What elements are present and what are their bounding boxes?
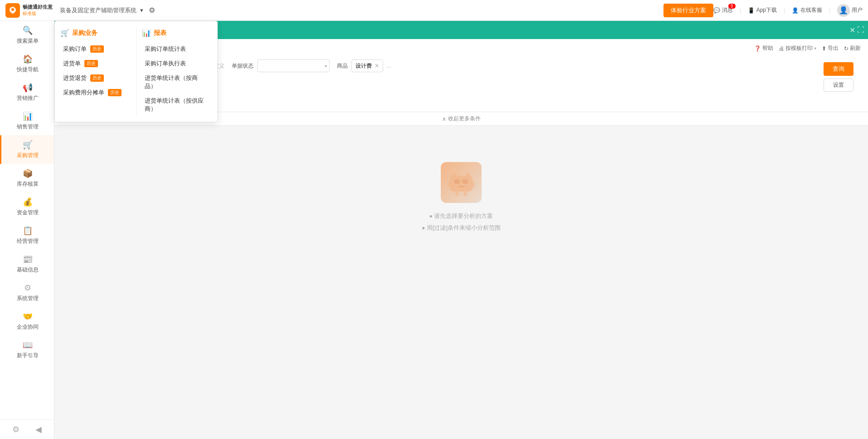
sidebar-item-quick-nav[interactable]: 🏠 快捷导航 [0,49,54,78]
settings-btn[interactable]: 设置 [824,79,853,92]
sidebar-label-finance: 资金管理 [17,209,39,217]
export-icon: ⬆ [822,45,826,52]
inbound-stats-goods-label: 进货单统计表（按商品） [145,74,210,90]
logo-text-block: 畅捷通好生意 标准版 [23,4,53,17]
goods-tag-close[interactable]: ✕ [375,63,379,69]
goods-tag-text: 设计费 [356,62,372,70]
dropdown-item-inbound-stats-supplier[interactable]: 进货单统计表（按供应商） [142,94,212,116]
user-avatar: 👤 [837,4,850,17]
empty-text-line1: 请先选择要分析的方案 [434,212,493,219]
dropdown-item-purchase-order[interactable]: 采购订单 历史 [60,42,131,56]
print-label: 按模板打印 [785,44,813,52]
sidebar-collapse-icon[interactable]: ◀ [35,424,42,434]
search-icon: 🔍 [23,25,33,35]
dropdown-item-return[interactable]: 进货退货 历史 [60,71,131,85]
guide-icon: 📖 [23,340,33,350]
order-status-select-wrapper [257,59,330,72]
app-download-action[interactable]: 📱 App下载 [748,6,777,14]
dropdown-col-report: 📊 报表 采购订单统计表 采购订单执行表 进货单统计表（按商品） 进货单统计表（… [136,27,218,116]
industry-btn[interactable]: 体验行业方案 [663,4,713,17]
sidebar-bottom: ⚙ ◀ [0,419,54,439]
export-btn[interactable]: ⬆ 导出 [822,44,839,52]
sidebar-label-operations: 经营管理 [17,237,39,245]
sidebar-item-marketing[interactable]: 📢 营销推广 [0,78,54,107]
print-btn[interactable]: 🖨 按模板打印 ▾ [779,44,816,52]
operations-icon: 📋 [23,226,33,236]
tab-expand-icon[interactable]: ⛶ [857,26,864,34]
purchase-order-badge: 历史 [90,45,104,53]
notification-count: 9 [728,4,736,9]
sidebar-item-sales[interactable]: 📊 销售管理 [0,107,54,135]
query-btn[interactable]: 查询 [824,62,853,76]
purchase-biz-label: 采购业务 [72,29,98,37]
sidebar-settings-icon[interactable]: ⚙ [12,424,20,434]
dropdown-col-purchase-header: 🛒 采购业务 [60,27,131,42]
app-download-label: App下载 [756,6,777,14]
help-btn[interactable]: ❓ 帮助 [754,44,773,52]
empty-state: ● 请先选择要分析的方案 ● 用[过滤]条件来缩小分析范围 [54,126,868,270]
dropdown-item-purchase-order-exec[interactable]: 采购订单执行表 [142,56,212,71]
collapse-up-icon: ∧ [442,116,446,122]
notification-icon: 💬 [713,7,720,14]
sidebar-item-basic-info[interactable]: 📰 基础信息 [0,250,54,278]
top-header: 畅捷通好生意 标准版 装备及固定资产辅助管理系统 ▾ ⚙ 体验行业方案 💬 消息… [0,0,868,21]
export-label: 导出 [828,44,839,52]
dropdown-item-inbound[interactable]: 进货单 历史 [60,56,131,71]
empty-text: ● 请先选择要分析的方案 ● 用[过滤]条件来缩小分析范围 [422,210,501,234]
return-label: 进货退货 [63,74,87,82]
refresh-icon: ↻ [844,45,848,52]
dropdown-col-purchase: 🛒 采购业务 采购订单 历史 进货单 历史 进货退货 历史 采购费用分摊单 历史 [55,27,136,116]
svg-rect-8 [472,181,475,187]
sidebar-item-operations[interactable]: 📋 经营管理 [0,221,54,250]
notification-action[interactable]: 💬 消息 9 [713,6,733,14]
print-dropdown-icon: ▾ [814,46,816,51]
order-status-filter-row: 单据状态 [232,59,330,72]
purchase-order-stats-label: 采购订单统计表 [145,45,186,53]
inbound-stats-supplier-label: 进货单统计表（按供应商） [145,97,210,113]
inbound-badge: 历史 [84,60,98,67]
purchase-order-label: 采购订单 [63,45,87,53]
sidebar-item-inventory[interactable]: 📦 库存核算 [0,164,54,192]
sidebar-item-cooperation[interactable]: 🤝 企业协同 [0,307,54,335]
logo-icon [5,3,20,18]
refresh-btn[interactable]: ↻ 刷新 [844,44,861,52]
goods-more-btn[interactable]: ... [387,63,391,69]
order-status-label: 单据状态 [232,62,254,70]
sidebar-item-purchase[interactable]: 🛒 采购管理 [0,135,54,164]
system-settings-icon[interactable]: ⚙ [149,6,155,15]
empty-line2: ● 用[过滤]条件来缩小分析范围 [422,222,501,234]
help-label: 帮助 [762,44,773,52]
system-title-dropdown[interactable]: ▾ [140,7,143,14]
svg-rect-5 [452,173,457,177]
inbound-label: 进货单 [63,59,81,68]
dropdown-item-inbound-stats-goods[interactable]: 进货单统计表（按商品） [142,71,212,94]
system-title-text: 装备及固定资产辅助管理系统 [60,6,137,15]
svg-rect-3 [463,179,468,184]
user-action[interactable]: 👤 用户 [837,4,863,17]
cooperation-icon: 🤝 [23,311,33,321]
goods-filter-row: 商品 设计费 ✕ ... [337,59,391,72]
sidebar-item-guide[interactable]: 📖 新手引导 [0,335,54,364]
goods-tag: 设计费 ✕ [351,59,383,72]
sidebar-item-system[interactable]: ⚙ 系统管理 [0,278,54,307]
tab-window-close-icon[interactable]: ✕ [849,26,855,35]
svg-rect-4 [458,186,464,187]
sidebar-label-basic-info: 基础信息 [17,266,39,274]
divider2 [784,7,785,14]
svg-rect-10 [463,192,467,196]
logo-name: 畅捷通好生意 [23,4,53,10]
sidebar-item-finance[interactable]: 💰 资金管理 [0,192,54,221]
sidebar-item-search[interactable]: 🔍 搜索菜单 [0,21,54,49]
divider1 [740,7,741,14]
report-label: 报表 [154,29,166,37]
report-icon: 📊 [142,29,151,37]
empty-line1: ● 请先选择要分析的方案 [422,210,501,222]
user-label: 用户 [852,6,863,14]
online-service-action[interactable]: 👤 在线客服 [792,6,822,14]
dropdown-item-purchase-order-stats[interactable]: 采购订单统计表 [142,42,212,56]
order-status-select[interactable] [257,59,330,72]
help-icon: ❓ [754,45,761,52]
purchase-order-exec-label: 采购订单执行表 [145,59,186,68]
sales-icon: 📊 [23,111,33,121]
dropdown-item-expense[interactable]: 采购费用分摊单 历史 [60,85,131,100]
